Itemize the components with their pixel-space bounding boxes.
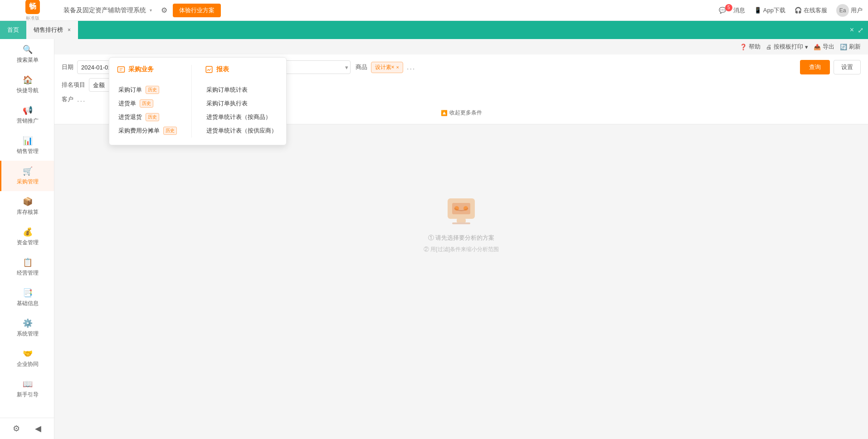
sidebar-label-guide: 新手引导 xyxy=(17,391,39,399)
help-icon: ❓ xyxy=(740,44,747,50)
sidebar-item-quicknav[interactable]: 🏠 快捷导航 xyxy=(0,69,54,100)
header-right: 💬 5 消息 📱 App下载 🎧 在线客服 Ea 用户 xyxy=(719,4,863,17)
print-btn[interactable]: 🖨 按模板打印 ▾ xyxy=(766,43,808,51)
report-2-label: 采购订单执行表 xyxy=(206,99,248,108)
dropdown-divider xyxy=(191,65,192,138)
collapse-arrow-icon: 🔼 xyxy=(441,110,448,116)
sidebar-label-system: 系统管理 xyxy=(17,330,39,338)
dropdown-item-cost[interactable]: 采购费用分摊单 历史 xyxy=(117,124,179,138)
goods-dots[interactable]: ... xyxy=(407,63,415,71)
industry-button[interactable]: 体验行业方案 xyxy=(173,4,221,17)
sidebar-bottom: ⚙ ◀ xyxy=(0,418,54,439)
sidebar-label-enterprise: 企业协同 xyxy=(17,360,39,368)
sidebar-label-basicinfo: 基础信息 xyxy=(17,300,39,307)
logo-text: 畅 xyxy=(29,2,36,11)
sidebar-item-capital[interactable]: 💰 资金管理 xyxy=(0,222,54,252)
tab-close-icon[interactable]: × xyxy=(68,27,71,33)
user-label: 用户 xyxy=(851,6,863,15)
dropdown-item-inbound[interactable]: 进货单 历史 xyxy=(117,97,179,110)
system-title-text: 装备及固定资产辅助管理系统 xyxy=(63,6,146,15)
dropdown-item-report-1[interactable]: 采购订单统计表 xyxy=(205,83,279,97)
history-badge-1: 历史 xyxy=(140,99,153,108)
sidebar-item-sales[interactable]: 📊 销售管理 xyxy=(0,130,54,161)
help-btn[interactable]: ❓ 帮助 xyxy=(740,43,761,51)
system-title-dropdown[interactable]: ▾ xyxy=(150,8,152,13)
tab-actions: × ⤢ xyxy=(850,21,868,39)
empty-hint-1: ① 请先选择要分析的方案 xyxy=(428,234,495,242)
report-4-label: 进货单统计表（按供应商） xyxy=(206,127,277,135)
sidebar-settings-icon[interactable]: ⚙ xyxy=(13,424,20,434)
help-label: 帮助 xyxy=(749,43,761,51)
logo-icon: 畅 xyxy=(25,0,40,14)
purchase-section-title: 采购业务 xyxy=(117,65,179,78)
online-service-item[interactable]: 🎧 在线客服 xyxy=(795,6,827,15)
date-label: 日期 xyxy=(62,63,73,71)
capital-icon: 💰 xyxy=(23,227,33,237)
dropdown-menu: 采购业务 采购订单 历史 进货单 历史 进货退货 历史 采购费用分摊单 历史 xyxy=(109,57,287,145)
set-button[interactable]: 设置 xyxy=(834,60,861,74)
export-icon: 📤 xyxy=(814,44,821,50)
top-header: 畅 标准版 装备及固定资产辅助管理系统 ▾ ⚙ 体验行业方案 💬 5 消息 📱 … xyxy=(0,0,868,21)
purchase-section-icon xyxy=(117,65,126,74)
user-initials: Ea xyxy=(839,7,846,14)
purchase-order-label: 采购订单 xyxy=(118,86,142,94)
enterprise-icon: 🤝 xyxy=(23,349,33,359)
tab-close-all-icon[interactable]: × xyxy=(850,26,854,34)
svg-rect-0 xyxy=(118,67,125,72)
purchase-section: 采购业务 采购订单 历史 进货单 历史 进货退货 历史 采购费用分摊单 历史 xyxy=(117,65,179,138)
tab-expand-icon[interactable]: ⤢ xyxy=(858,26,863,35)
tab-sales-rank[interactable]: 销售排行榜 × xyxy=(26,21,78,39)
refresh-icon: 🔄 xyxy=(840,44,847,50)
sidebar-item-purchase[interactable]: 🛒 采购管理 xyxy=(0,161,54,191)
guide-icon: 📖 xyxy=(23,379,33,389)
sidebar-collapse-icon[interactable]: ◀ xyxy=(35,424,41,434)
empty-state: ① 请先选择要分析的方案 ② 用[过滤]条件来缩小分析范围 xyxy=(54,128,868,310)
voucher-status-select[interactable] xyxy=(278,60,351,74)
sidebar-item-enterprise[interactable]: 🤝 企业协同 xyxy=(0,343,54,374)
headset-icon: 🎧 xyxy=(795,7,802,14)
sidebar-label-marketing: 营销推广 xyxy=(17,117,39,125)
home-icon: 🏠 xyxy=(23,75,33,85)
sidebar-item-marketing[interactable]: 📢 营销推广 xyxy=(0,100,54,130)
app-download-item[interactable]: 📱 App下载 xyxy=(754,6,785,15)
content-area: 采购业务 采购订单 历史 进货单 历史 进货退货 历史 采购费用分摊单 历史 xyxy=(54,39,868,439)
settings-icon[interactable]: ⚙ xyxy=(161,6,167,15)
purchase-icon: 🛒 xyxy=(23,166,33,176)
toolbar: ❓ 帮助 🖨 按模板打印 ▾ 📤 导出 🔄 刷新 xyxy=(54,39,868,54)
sidebar-label-inventory: 库存核算 xyxy=(17,208,39,216)
dropdown-item-report-4[interactable]: 进货单统计表（按供应商） xyxy=(205,124,279,138)
sidebar-item-guide[interactable]: 📖 新手引导 xyxy=(0,374,54,404)
system-icon: ⚙️ xyxy=(23,318,33,328)
report-section-label: 报表 xyxy=(216,65,229,74)
dropdown-item-return[interactable]: 进货退货 历史 xyxy=(117,110,179,124)
tab-home[interactable]: 首页 xyxy=(0,21,26,39)
query-button[interactable]: 查询 xyxy=(800,60,830,74)
print-dropdown-icon[interactable]: ▾ xyxy=(805,44,808,50)
sidebar-item-operations[interactable]: 📋 经营管理 xyxy=(0,252,54,282)
dropdown-item-report-2[interactable]: 采购订单执行表 xyxy=(205,97,279,110)
return-label: 进货退货 xyxy=(118,113,142,121)
rank-item-label: 排名项目 xyxy=(62,81,85,89)
user-item[interactable]: Ea 用户 xyxy=(836,4,863,17)
empty-hint-2: ② 用[过滤]条件来缩小分析范围 xyxy=(424,246,499,253)
dropdown-item-report-3[interactable]: 进货单统计表（按商品） xyxy=(205,110,279,124)
print-label: 按模板打印 xyxy=(774,43,803,51)
customer-dots[interactable]: ... xyxy=(77,95,86,104)
sidebar-item-system[interactable]: ⚙️ 系统管理 xyxy=(0,313,54,343)
sidebar-item-inventory[interactable]: 📦 库存核算 xyxy=(0,191,54,222)
marketing-icon: 📢 xyxy=(23,105,33,115)
cost-label: 采购费用分摊单 xyxy=(118,127,160,135)
goods-tag-close[interactable]: × xyxy=(396,64,399,70)
report-section-icon xyxy=(205,65,214,74)
refresh-btn[interactable]: 🔄 刷新 xyxy=(840,43,861,51)
svg-rect-1 xyxy=(206,66,212,73)
message-label: 消息 xyxy=(733,6,745,15)
online-service-label: 在线客服 xyxy=(804,6,827,15)
sales-icon: 📊 xyxy=(23,136,33,146)
svg-rect-7 xyxy=(452,222,470,224)
dropdown-item-purchase-order[interactable]: 采购订单 历史 xyxy=(117,83,179,97)
export-btn[interactable]: 📤 导出 xyxy=(814,43,834,51)
sidebar-item-search[interactable]: 🔍 搜索菜单 xyxy=(0,39,54,69)
sidebar-item-basicinfo[interactable]: 📑 基础信息 xyxy=(0,282,54,313)
message-item[interactable]: 💬 5 消息 xyxy=(719,6,745,15)
